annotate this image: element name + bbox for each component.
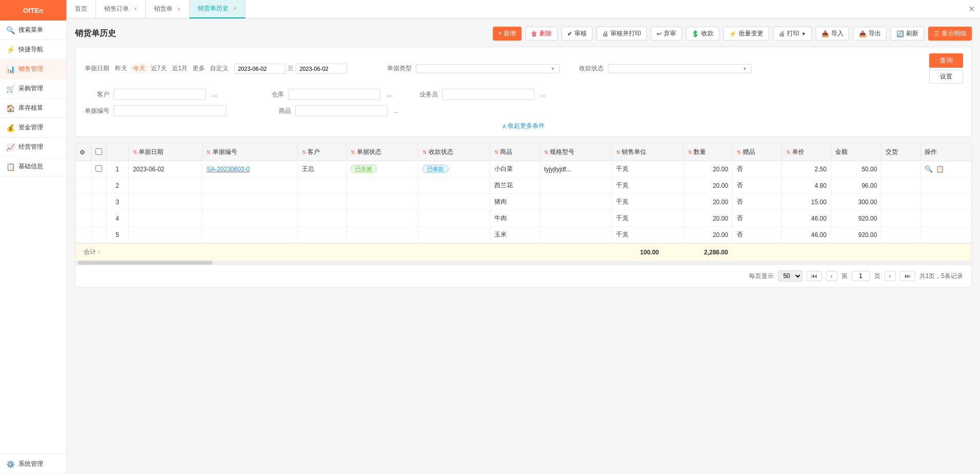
- th-date[interactable]: ⇅ 单据日期: [128, 144, 202, 161]
- customer-ellipsis[interactable]: ...: [210, 90, 219, 99]
- sys-mgmt-icon: ⚙️: [6, 460, 14, 468]
- shortcut-1month[interactable]: 近1月: [170, 64, 189, 73]
- salesperson-ellipsis[interactable]: ...: [539, 90, 548, 99]
- sort-icon: ⇅: [688, 149, 692, 155]
- doc-no-link[interactable]: SA-20230602-0: [206, 166, 249, 173]
- sort-icon: ⇅: [786, 149, 790, 155]
- review-icon: ✔: [567, 30, 572, 37]
- first-page-button[interactable]: ⏮: [806, 271, 822, 281]
- setting-button[interactable]: 设置: [929, 70, 963, 84]
- new-button[interactable]: + 新增: [493, 27, 522, 41]
- view-icon[interactable]: 🔍: [925, 165, 933, 173]
- th-collect-status[interactable]: ⇅ 收款状态: [418, 144, 490, 161]
- tab-sales-history[interactable]: 销货单历史 ×: [189, 0, 245, 18]
- row-seq: 3: [106, 194, 128, 210]
- th-doc-status[interactable]: ⇅ 单据状态: [347, 144, 418, 161]
- doc-no-input[interactable]: [113, 105, 226, 116]
- scrollbar-thumb[interactable]: [78, 261, 213, 265]
- th-doc-no[interactable]: ⇅ 单据编号: [202, 144, 297, 161]
- th-gift[interactable]: ⇅ 赠品: [733, 144, 782, 161]
- sidebar-item-finance[interactable]: 💰 资金管理: [0, 118, 66, 137]
- sidebar-item-sys-mgmt[interactable]: ⚙️ 系统管理: [0, 455, 66, 474]
- th-settings[interactable]: ⚙: [75, 144, 91, 161]
- warehouse-ellipsis[interactable]: ...: [385, 90, 394, 99]
- export-button[interactable]: 📤 导出: [853, 27, 887, 41]
- th-unit[interactable]: ⇅ 销售单位: [611, 144, 683, 161]
- window-close-button[interactable]: ✕: [968, 5, 975, 13]
- sidebar-item-inventory[interactable]: 🏠 库存核算: [0, 98, 66, 118]
- sidebar-item-purchase-mgmt[interactable]: 🛒 采购管理: [0, 79, 66, 98]
- collect-status-select[interactable]: ▼: [608, 64, 752, 73]
- page-size-select[interactable]: 50: [778, 270, 802, 282]
- doc-type-select[interactable]: ▼: [416, 64, 560, 73]
- abandon-button[interactable]: ↩ 弃审: [651, 27, 682, 41]
- sort-icon: ⇅: [302, 149, 306, 155]
- tab-home-label: 首页: [75, 5, 87, 13]
- tab-sales-order[interactable]: 销售订单 ×: [96, 0, 146, 18]
- shortcut-today[interactable]: 今天: [131, 64, 147, 73]
- review-print-button[interactable]: 🖨 审核并打印: [597, 27, 647, 41]
- toolbar: + 新增 🗑 删除 ✔ 审核 🖨 审核并打印 ↩ 弃审: [493, 27, 972, 41]
- sidebar-item-base-info[interactable]: 📋 基础信息: [0, 157, 66, 176]
- salesperson-input[interactable]: [442, 89, 534, 100]
- goods-input[interactable]: [295, 105, 388, 116]
- th-price[interactable]: ⇅ 单价: [782, 144, 831, 161]
- row-gift: 否: [733, 210, 782, 227]
- shortcut-more[interactable]: 更多: [191, 64, 206, 73]
- tab-sales-delivery-close[interactable]: ×: [178, 6, 181, 12]
- sidebar-item-sales-mgmt[interactable]: 📊 销售管理: [0, 60, 66, 79]
- select-all-checkbox[interactable]: [95, 148, 102, 155]
- row-seq: 2: [106, 177, 128, 194]
- filter-row-1: 单据日期 昨天 今天 近7天 近1月 更多 自定义 至: [84, 53, 963, 84]
- query-button[interactable]: 查询: [929, 53, 963, 68]
- footer-total-amount: 2,286.00: [704, 249, 728, 256]
- collapse-button[interactable]: ∧ 收起更多条件: [502, 122, 545, 130]
- sidebar-item-label: 库存核算: [18, 104, 43, 112]
- review-button[interactable]: ✔ 审核: [562, 27, 592, 41]
- shortcut-7days[interactable]: 近7天: [149, 64, 168, 73]
- warehouse-input[interactable]: [288, 89, 380, 100]
- shortcut-custom[interactable]: 自定义: [208, 64, 230, 73]
- import-button[interactable]: 📥 导入: [816, 27, 849, 41]
- tab-home[interactable]: 首页: [67, 0, 96, 18]
- sidebar-item-search-menu[interactable]: 🔍 搜索菜单: [0, 21, 66, 40]
- date-from-input[interactable]: [234, 64, 285, 74]
- row-settings: [75, 194, 91, 210]
- tab-sales-delivery[interactable]: 销货单 ×: [146, 0, 189, 18]
- row-checkbox[interactable]: [95, 165, 102, 172]
- batch-change-button[interactable]: ⚡ 批量变更: [723, 27, 769, 41]
- page-input[interactable]: [852, 271, 870, 281]
- sort-icon: ⇅: [133, 149, 137, 155]
- row-collect-status: [418, 227, 490, 243]
- refresh-button[interactable]: 🔄 刷新: [891, 27, 924, 41]
- tab-sales-history-close[interactable]: ×: [234, 6, 237, 11]
- date-to-input[interactable]: [296, 64, 347, 74]
- row-spec: [540, 210, 612, 227]
- horizontal-scrollbar[interactable]: [75, 261, 971, 265]
- row-transaction: [881, 177, 920, 194]
- tab-sales-order-close[interactable]: ×: [134, 6, 137, 12]
- th-goods[interactable]: ⇅ 商品: [490, 144, 540, 161]
- collect-button[interactable]: 💲 收款: [686, 27, 719, 41]
- next-page-button[interactable]: ›: [885, 271, 896, 281]
- customer-input[interactable]: [113, 89, 206, 100]
- print-button[interactable]: 🖨 打印 ▼: [773, 27, 812, 41]
- shortcut-yesterday[interactable]: 昨天: [113, 64, 129, 73]
- row-collect-status: [418, 177, 490, 194]
- show-detail-button[interactable]: ☰ 显示明细: [928, 27, 972, 41]
- sidebar-item-operations[interactable]: 📈 经营管理: [0, 137, 66, 157]
- sidebar-item-quick-nav[interactable]: ⚡ 快捷导航: [0, 40, 66, 60]
- prev-page-button[interactable]: ‹: [826, 271, 837, 281]
- th-spec[interactable]: ⇅ 规格型号: [540, 144, 612, 161]
- goods-ellipsis[interactable]: ...: [392, 106, 401, 115]
- sidebar-item-label: 采购管理: [18, 84, 43, 93]
- th-customer[interactable]: ⇅ 客户: [297, 144, 347, 161]
- row-doc-no: [202, 194, 297, 210]
- th-qty[interactable]: ⇅ 数量: [683, 144, 733, 161]
- delete-button[interactable]: 🗑 删除: [526, 27, 558, 41]
- last-page-button[interactable]: ⏭: [900, 271, 915, 281]
- copy-icon[interactable]: 📋: [936, 165, 944, 173]
- row-price: 2.50: [782, 161, 831, 177]
- row-doc-status: [347, 194, 418, 210]
- row-price: 46.00: [782, 210, 831, 227]
